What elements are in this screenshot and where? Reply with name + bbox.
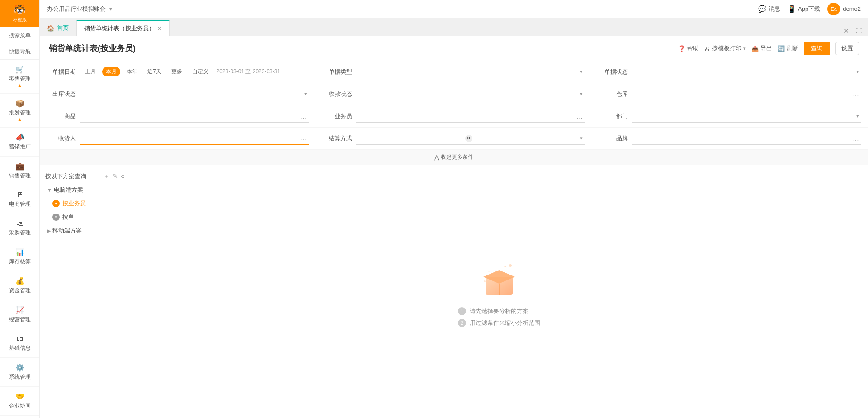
empty-step-2: 2 用过滤条件来缩小分析范围 <box>458 319 540 327</box>
settle-select[interactable]: ✕ ▾ <box>356 132 585 145</box>
goods-dots-icon[interactable]: … <box>301 113 307 120</box>
settle-label: 结算方式 <box>323 134 352 142</box>
app-download-button[interactable]: 📱 App下载 <box>788 5 820 13</box>
sidebar-item-basic[interactable]: 🗂 基础信息 <box>0 329 39 358</box>
scheme-group-mobile[interactable]: ▶ 移动端方案 <box>40 224 130 238</box>
tab-sales-stat[interactable]: 销货单统计表（按业务员） ✕ <box>76 20 170 36</box>
scheme-group-desktop-arrow: ▼ <box>47 187 52 193</box>
help-button[interactable]: ❓ 帮助 <box>678 44 699 52</box>
date-input[interactable]: 上月 本月 本年 近7天 更多 自定义 2023-03-01 至 2023-03… <box>80 66 309 78</box>
sidebar-item-corp[interactable]: 🤝 企业协同 <box>0 387 39 416</box>
topbar: 办公用品行业模拟账套 ▾ 💬 消息 📱 App下载 Ea demo2 <box>40 0 868 18</box>
sidebar-item-inventory[interactable]: 📊 库存核算 <box>0 242 39 271</box>
filter-row-1: 单据日期 上月 本月 本年 近7天 更多 自定义 2023-03-01 至 20… <box>40 61 868 83</box>
date-btn-more[interactable]: 更多 <box>168 67 186 76</box>
goods-select[interactable]: … <box>80 110 309 123</box>
date-btn-custom[interactable]: 自定义 <box>189 67 212 76</box>
scheme-item-order-label: 按单 <box>62 213 74 221</box>
query-button[interactable]: 查询 <box>804 42 830 55</box>
scheme-item-by-salesman[interactable]: ● 按业务员 <box>40 197 130 210</box>
collapse-bar[interactable]: ⋀ 收起更多条件 <box>40 150 868 165</box>
collapse-button[interactable]: ⋀ 收起更多条件 <box>434 153 473 161</box>
message-icon: 💬 <box>758 5 767 13</box>
step-1-num: 1 <box>458 307 466 315</box>
export-button[interactable]: 📤 导出 <box>751 44 772 52</box>
settle-clear-icon[interactable]: ✕ <box>465 135 472 142</box>
ecommerce-icon: 🖥 <box>16 191 24 199</box>
tab-home[interactable]: 🏠 首页 <box>40 20 76 36</box>
basic-icon: 🗂 <box>16 335 24 343</box>
doc-type-select[interactable]: ▾ <box>356 66 585 78</box>
sidebar-label-purchase: 采购管理 <box>9 229 31 237</box>
sidebar-item-purchase[interactable]: 🛍 采购管理 <box>0 214 39 242</box>
topbar-left: 办公用品行业模拟账套 ▾ <box>47 5 112 13</box>
recv-person-input[interactable]: … <box>80 132 309 145</box>
wholesale-icon: 📦 <box>15 99 24 108</box>
warehouse-dots-icon[interactable]: … <box>853 90 859 98</box>
print-arrow-icon: ▾ <box>743 46 746 52</box>
recv-status-select[interactable]: ▾ <box>356 88 585 100</box>
brand-dots-icon[interactable]: … <box>853 135 859 142</box>
dept-select[interactable]: ▾ <box>632 110 861 123</box>
user-menu[interactable]: Ea demo2 <box>827 3 861 15</box>
salesman-dots-icon[interactable]: … <box>576 113 583 120</box>
sidebar-item-ecommerce[interactable]: 🖥 电商管理 <box>0 185 39 214</box>
collapse-label: 收起更多条件 <box>441 153 473 161</box>
date-btn-7days[interactable]: 近7天 <box>144 67 165 76</box>
sidebar-item-operation[interactable]: 📈 经营管理 <box>0 300 39 329</box>
doc-status-arrow-icon: ▾ <box>856 69 859 75</box>
filter-cell-salesman: 业务员 … <box>316 105 592 128</box>
tab-close-all-button[interactable]: ✕ <box>841 25 852 36</box>
recv-person-dots-icon[interactable]: … <box>301 134 307 142</box>
scheme-icon-order: ≡ <box>52 214 60 221</box>
corp-icon: 🤝 <box>15 392 24 401</box>
empty-steps: 1 请先选择要分析的方案 2 用过滤条件来缩小分析范围 <box>458 307 540 327</box>
scheme-group-desktop[interactable]: ▼ 电脑端方案 <box>40 183 130 197</box>
operation-icon: 📈 <box>15 306 24 314</box>
doc-status-select[interactable]: ▾ <box>632 66 861 78</box>
print-button[interactable]: 🖨 按模板打印 ▾ <box>704 44 746 52</box>
sidebar-item-newbie[interactable]: 🎓 新手引导 <box>0 416 39 418</box>
sidebar-label-corp: 企业协同 <box>9 402 31 410</box>
retail-arrow: ▲ <box>18 83 22 88</box>
scheme-item-by-order[interactable]: ≡ 按单 <box>40 210 130 224</box>
sidebar-label-inventory: 库存核算 <box>9 258 31 266</box>
date-btn-this-month[interactable]: 本月 <box>102 67 120 76</box>
settings-button[interactable]: 设置 <box>835 42 859 55</box>
sidebar-quick-nav[interactable]: 快捷导航 <box>0 44 39 60</box>
recv-status-arrow-icon: ▾ <box>580 91 583 97</box>
tab-close-icon[interactable]: ✕ <box>157 25 162 32</box>
date-btn-this-year[interactable]: 本年 <box>123 67 141 76</box>
sidebar-item-retail[interactable]: 🛒 零售管理 ▲ <box>0 60 39 94</box>
filter-cell-goods: 商品 … <box>40 105 316 128</box>
sidebar-search[interactable]: 搜索菜单 <box>0 27 39 44</box>
brand-select[interactable]: … <box>632 132 861 145</box>
doc-status-label: 单据状态 <box>599 68 628 76</box>
tab-expand-button[interactable]: ⛶ <box>854 25 864 36</box>
sidebar-label-ecommerce: 电商管理 <box>9 200 31 208</box>
sidebar-item-sales[interactable]: 💼 销售管理 <box>0 157 39 185</box>
sidebar-item-finance[interactable]: 💰 资金管理 <box>0 271 39 300</box>
svg-point-4 <box>509 264 512 267</box>
empty-step-1: 1 请先选择要分析的方案 <box>458 307 540 315</box>
filter-cell-out-status: 出库状态 ▾ <box>40 83 316 105</box>
edit-scheme-icon[interactable]: ✎ <box>113 172 118 180</box>
sidebar-item-system[interactable]: ⚙️ 系统管理 <box>0 358 39 387</box>
out-status-select[interactable]: ▾ <box>80 88 309 100</box>
add-scheme-icon[interactable]: ＋ <box>104 172 110 180</box>
sidebar-item-wholesale[interactable]: 📦 批发管理 ▲ <box>0 94 39 128</box>
recv-status-label: 收款状态 <box>323 90 352 98</box>
filter-cell-brand: 品牌 … <box>592 128 868 150</box>
warehouse-select[interactable]: … <box>632 88 861 100</box>
salesman-select[interactable]: … <box>356 110 585 123</box>
out-status-arrow-icon: ▾ <box>304 91 307 97</box>
sidebar-label-sales: 销售管理 <box>9 172 31 180</box>
date-btn-last-month[interactable]: 上月 <box>81 67 99 76</box>
sidebar-item-marketing[interactable]: 📣 营销推广 <box>0 128 39 157</box>
refresh-button[interactable]: 🔄 刷新 <box>778 44 798 52</box>
svg-text:✦: ✦ <box>488 270 490 273</box>
message-button[interactable]: 💬 消息 <box>758 5 780 13</box>
collapse-panel-icon[interactable]: « <box>121 172 124 180</box>
date-range-display: 2023-03-01 至 2023-03-31 <box>217 68 280 76</box>
filter-cell-recv-status: 收款状态 ▾ <box>316 83 592 105</box>
